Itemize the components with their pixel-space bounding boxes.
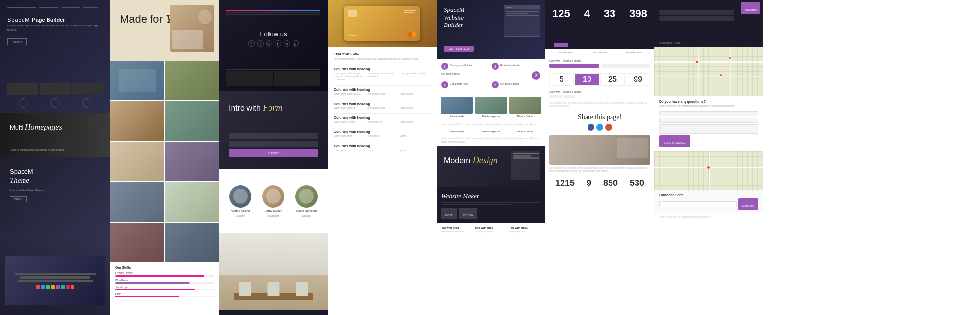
credit-card-image: NatWest [328, 0, 437, 47]
wb-step-5: 5 Get project result [492, 81, 540, 88]
photo-cell-7 [110, 182, 164, 221]
social-icon-tw[interactable]: t [257, 40, 264, 47]
content-section-2: Columns with heading Lorem ipsum dolor s… [334, 67, 431, 82]
page-builder-card: SpaceM Page Builder Create stunning webs… [0, 0, 110, 113]
wb-steps-section: 1 Coming up with idea 2 Realization of i… [437, 59, 545, 94]
subscribe-submit-btn[interactable]: Subscribe [738, 198, 758, 210]
wb-logo-area: SpaceM Website Builder [444, 6, 465, 29]
photo-cell-3 [110, 101, 164, 140]
subscribe-image [549, 135, 650, 165]
bottom-stat-530: 530 [630, 178, 644, 188]
wb-body-text: Lorem ipsum dolor sit amet consectetur a… [437, 135, 545, 146]
questions-body: Lorem ipsum dolor sit amet consectetur a… [659, 105, 758, 108]
team-avatar-2 [262, 185, 284, 208]
intro-form-title: Intro with Form [229, 103, 282, 113]
social-icon-yt[interactable]: ▶ [275, 40, 281, 47]
team-name-2: Jenny Mason [265, 210, 282, 212]
wb-feature-1: Retina ready [441, 97, 473, 118]
content-sections: Text with title1 Lorem ipsum dolor sit a… [328, 47, 437, 161]
col5-website-builder: SpaceM Website Builder GET STARTED [437, 0, 545, 315]
subscribe-btn[interactable]: Subscribe [741, 2, 760, 14]
multi-subtitle: Explore our beautiful collection of home… [10, 148, 100, 152]
skills-heading: Our Skills [115, 266, 214, 269]
photo-cell-6 [165, 142, 219, 181]
wb-features-section: Retina ready Mobile response Metrics Bui… [437, 94, 545, 121]
wb-step-3: Get project result 3 [441, 71, 540, 80]
social-icon-in[interactable]: in [284, 40, 290, 47]
intro-form-fields: SUBMIT [229, 133, 318, 157]
map-pin-3 [728, 56, 731, 59]
share-section: Share this page! [545, 110, 654, 133]
wb-feature-2-2: Mobile response [475, 130, 507, 133]
skills-section: Our Skills HTML5 / CSS3 WordPress JavaSc… [110, 262, 219, 315]
questions-section: Do you have any questions? Lorem ipsum d… [654, 96, 763, 151]
stats-table-1: Cols with Text and Buttons [545, 56, 654, 73]
share-gp[interactable] [605, 124, 612, 131]
questions-heading: Do you have any questions? [659, 100, 758, 103]
made-for-you-card: Made for You [110, 0, 219, 61]
social-icon-gp[interactable]: g+ [266, 40, 272, 47]
photo-cell-5 [110, 142, 164, 181]
gallery-container: SpaceM Page Builder Create stunning webs… [0, 0, 980, 315]
wb-bottom-text: Text with title1 Lorem ipsum dolor sit a… [437, 223, 545, 236]
wb-modern-title: Modern Design [444, 156, 498, 166]
col7-footer: Lorem ipsum dolor sit amet consectetur a… [654, 213, 763, 222]
wb-bottom-col-3: Text with title3 Lorem ipsum dolor. [509, 226, 541, 233]
stat-33: 33 [604, 7, 615, 20]
subscribe-form-label: Subscribe Form [659, 41, 680, 44]
numbers-grid-1: 5 10 25 99 [545, 73, 654, 88]
divider-3 [334, 100, 431, 100]
follow-content [226, 69, 320, 86]
q-submit-btn[interactable]: SEND MESSAGE [659, 135, 690, 147]
social-icons-row: f t g+ ▶ in p [219, 40, 328, 47]
divider-5 [334, 128, 431, 128]
page-builder-demo-button[interactable]: DEMO [7, 38, 27, 45]
follow-us-card: Follow us f t g+ ▶ in [219, 0, 328, 91]
map-section-2 [654, 151, 763, 190]
social-icon-pi[interactable]: p [293, 40, 299, 47]
share-fb[interactable] [588, 124, 594, 131]
team-role-1: Designer [236, 214, 245, 217]
page-builder-subtitle: Create stunning websites easily with our… [7, 24, 103, 32]
spacem-theme-subtitle: Premium WordPress theme [10, 189, 43, 192]
skill-js: JavaScript [115, 286, 214, 290]
skill-html: HTML5 / CSS3 [115, 272, 214, 277]
wb-btn[interactable]: GET STARTED [444, 43, 474, 52]
spacem-theme-demo-button[interactable]: DEMO [10, 196, 27, 202]
content-section-4: Columns with heading Lorem ipsum dolor s… [334, 102, 431, 110]
team-member-2: Jenny Mason Developer [262, 185, 284, 217]
team-card: Agatha Agatha Designer Jenny Mason Devel… [219, 169, 328, 233]
divider-1 [334, 65, 431, 65]
share-tw[interactable] [596, 124, 603, 131]
content-section-7: Columns with heading Lorem ipsum. Lorem.… [334, 144, 431, 153]
wb-text-area: Lorem ipsum dolor sit amet consectetur a… [437, 121, 545, 128]
divider-4 [334, 113, 431, 114]
subscribe-email-input[interactable] [659, 201, 737, 207]
col3: Follow us f t g+ ▶ in [219, 0, 328, 315]
wb-step-4: 4 Get project result [441, 81, 490, 88]
team-role-3: Manager [301, 214, 311, 217]
photo-cell-10 [165, 223, 219, 262]
wb-bottom-col-1: Text with title1 Lorem ipsum dolor sit a… [441, 226, 473, 233]
q-field-2 [659, 118, 758, 123]
wb-step-1: 1 Coming up with idea [441, 63, 490, 70]
col1: SpaceM Page Builder Create stunning webs… [0, 0, 110, 315]
subscribe-form-section: Subscribe Form Subscribe [654, 190, 763, 213]
wb-feature-3: Metrics Builder [509, 97, 541, 118]
stat-398: 398 [629, 7, 647, 20]
text-buttons-row: Cols with Text and Buttons [545, 88, 654, 100]
social-icon-fb[interactable]: f [248, 40, 255, 47]
bottom-stats-row: 1215 9 850 530 [545, 175, 654, 191]
follow-us-text: Follow us [219, 29, 328, 38]
num-cell-5: 5 [549, 73, 574, 86]
wb-feature-2-1: Retina ready [441, 130, 473, 133]
map-section [654, 47, 763, 96]
team-avatar-3 [295, 185, 318, 208]
num-cell-99: 99 [626, 73, 650, 86]
subscribe-form-heading: Subscribe Form [659, 193, 758, 197]
office-photo-card [219, 233, 328, 310]
stats-hero: 125 4 33 398 [545, 0, 654, 49]
content-section-5: Columns with heading Lorem ipsum sit ame… [334, 116, 431, 124]
skill-php: PHP [115, 292, 214, 297]
stats-body-text: Lorem ipsum dolor sit amet consectetur a… [545, 100, 654, 110]
